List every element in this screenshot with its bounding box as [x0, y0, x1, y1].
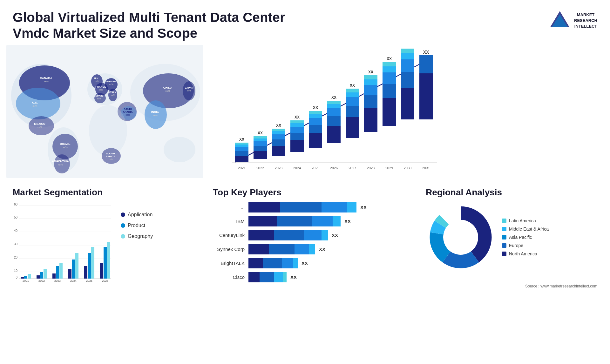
svg-text:CHINA: CHINA: [163, 86, 173, 89]
legend-na: North America: [502, 251, 549, 256]
player-row-4: BrightTALK XX: [213, 258, 410, 268]
legend-color-europe: [502, 243, 506, 248]
svg-text:U.K.: U.K.: [94, 77, 99, 80]
key-players-section: Top Key Players ... XX IBM: [203, 186, 419, 284]
legend-color-apac: [502, 235, 506, 239]
svg-point-24: [164, 137, 195, 162]
player-name-0: ...: [213, 205, 245, 210]
svg-text:2022: 2022: [256, 166, 264, 170]
legend-dot-application: [121, 212, 125, 217]
player-row-3: Synnex Corp XX: [213, 244, 410, 254]
svg-text:xx%: xx%: [97, 98, 101, 100]
svg-text:XX: XX: [295, 115, 300, 119]
svg-rect-148: [21, 277, 24, 279]
legend-application: Application: [121, 212, 153, 218]
player-name-5: Cisco: [213, 274, 245, 280]
svg-rect-122: [401, 88, 414, 119]
svg-text:xx%: xx%: [125, 114, 130, 116]
player-bar-2: [248, 230, 328, 240]
page-title: Global Virtualized Multi Tenant Data Cen…: [13, 10, 299, 42]
legend-label-application: Application: [128, 212, 152, 218]
svg-text:2021: 2021: [23, 279, 29, 282]
svg-text:GERMANY: GERMANY: [105, 80, 118, 83]
legend-label-product: Product: [128, 223, 145, 228]
svg-rect-149: [24, 276, 27, 279]
svg-point-18: [89, 105, 127, 156]
svg-rect-166: [91, 247, 94, 279]
svg-text:2025: 2025: [312, 166, 319, 170]
svg-rect-67: [254, 146, 267, 151]
player-row-2: CenturyLink XX: [213, 230, 410, 240]
svg-rect-91: [309, 111, 322, 114]
svg-point-5: [16, 88, 60, 119]
player-value-4: XX: [302, 260, 308, 266]
svg-rect-112: [364, 75, 377, 79]
svg-text:10: 10: [14, 269, 18, 273]
svg-text:FRANCE: FRANCE: [95, 85, 106, 88]
player-value-3: XX: [319, 246, 325, 252]
svg-rect-126: [401, 49, 414, 53]
svg-rect-75: [272, 134, 285, 139]
svg-rect-117: [383, 72, 396, 84]
svg-rect-108: [364, 108, 377, 132]
player-row-0: ... XX: [213, 202, 410, 212]
svg-text:XX: XX: [276, 123, 281, 128]
svg-text:xx%: xx%: [44, 80, 48, 83]
svg-rect-160: [68, 269, 71, 279]
svg-rect-102: [346, 106, 359, 117]
player-bar-5: [248, 272, 287, 282]
svg-text:XX: XX: [350, 83, 355, 88]
player-value-2: XX: [332, 233, 338, 238]
svg-rect-76: [272, 131, 285, 134]
player-bar-0: [248, 202, 356, 212]
segmentation-title: Market Segmentation: [13, 187, 197, 198]
svg-text:MEXICO: MEXICO: [34, 122, 45, 125]
svg-rect-115: [383, 98, 396, 126]
legend-dot-geography: [121, 234, 125, 239]
svg-rect-110: [364, 85, 377, 95]
svg-text:xx%: xx%: [94, 80, 98, 82]
svg-rect-125: [401, 53, 414, 59]
svg-text:ITALY: ITALY: [109, 91, 116, 94]
svg-rect-119: [383, 62, 396, 66]
logo: MARKET RESEARCH INTELLECT: [549, 10, 597, 32]
svg-text:ARGENTINA: ARGENTINA: [52, 160, 69, 163]
svg-text:2029: 2029: [385, 166, 393, 170]
player-row-1: IBM XX: [213, 216, 410, 226]
svg-rect-73: [272, 146, 285, 156]
svg-rect-59: [235, 156, 248, 162]
world-map-svg: CANADA xx% U.S. xx% MEXICO xx% BRAZIL xx…: [6, 45, 203, 178]
player-name-4: BrightTALK: [213, 260, 245, 266]
regional-title: Regional Analysis: [426, 187, 597, 198]
svg-text:xx%: xx%: [111, 94, 115, 96]
svg-text:XX: XX: [239, 137, 244, 142]
svg-rect-70: [254, 136, 267, 138]
svg-rect-118: [383, 66, 396, 72]
svg-text:50: 50: [14, 216, 18, 219]
svg-rect-153: [40, 272, 43, 279]
svg-text:60: 60: [14, 203, 18, 206]
svg-text:2021: 2021: [238, 166, 246, 170]
legend-dot-product: [121, 223, 125, 228]
player-bar-1: [248, 216, 341, 226]
svg-rect-74: [272, 139, 285, 146]
svg-rect-104: [346, 92, 359, 97]
svg-rect-88: [309, 125, 322, 133]
legend-color-na: [502, 252, 506, 256]
svg-text:xx%: xx%: [187, 90, 191, 92]
legend-label-geography: Geography: [128, 233, 153, 239]
legend-label-na: North America: [509, 251, 537, 256]
svg-rect-84: [290, 120, 304, 123]
segmentation-legend: Application Product Geography: [121, 212, 153, 239]
svg-text:2023: 2023: [275, 166, 282, 170]
svg-text:0: 0: [16, 276, 17, 279]
key-players-title: Top Key Players: [213, 187, 410, 198]
svg-rect-95: [327, 116, 341, 126]
svg-rect-150: [28, 274, 31, 279]
svg-rect-63: [235, 143, 248, 145]
svg-text:SAUDI: SAUDI: [124, 108, 132, 111]
svg-text:xx%: xx%: [37, 126, 42, 129]
svg-text:CANADA: CANADA: [40, 77, 52, 80]
regional-section: Regional Analysis Latin Americ: [419, 186, 604, 284]
svg-text:20: 20: [14, 256, 18, 259]
